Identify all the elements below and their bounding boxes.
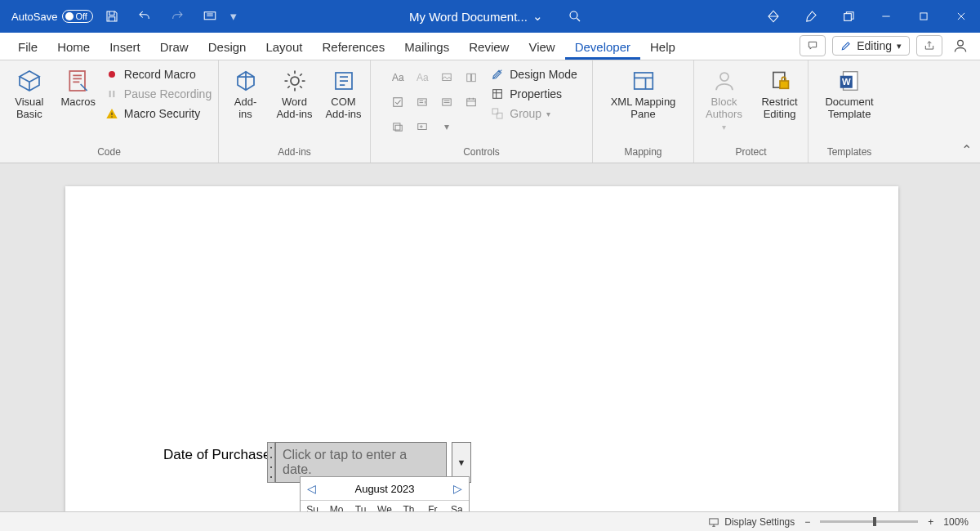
- tab-design[interactable]: Design: [198, 35, 256, 60]
- tab-developer[interactable]: Developer: [565, 35, 640, 60]
- lock-icon: [766, 67, 794, 95]
- design-mode-icon: [490, 67, 505, 82]
- group-button: Group ▾: [490, 106, 577, 121]
- record-icon: [105, 67, 119, 82]
- qat-more-icon[interactable]: [196, 0, 224, 33]
- group-icon: [490, 106, 505, 121]
- legacy-dropdown-icon[interactable]: ▾: [436, 116, 457, 137]
- account-icon[interactable]: [949, 38, 972, 54]
- svg-rect-7: [109, 91, 110, 97]
- combo-control-icon[interactable]: [412, 91, 433, 113]
- visual-basic-button[interactable]: Visual Basic: [7, 64, 52, 121]
- tab-review[interactable]: Review: [459, 35, 519, 60]
- next-month-button[interactable]: ▷: [453, 482, 462, 495]
- chevron-down-icon: ▼: [457, 457, 466, 467]
- building-block-icon[interactable]: [461, 67, 482, 88]
- controls-gallery[interactable]: Aa Aa ▾: [385, 64, 487, 137]
- close-button[interactable]: [942, 0, 980, 33]
- repeating-control-icon[interactable]: [387, 116, 408, 137]
- display-settings-button[interactable]: Display Settings: [707, 516, 795, 528]
- redo-icon[interactable]: [163, 0, 191, 33]
- restrict-editing-button[interactable]: Restrict Editing: [755, 64, 805, 121]
- svg-text:W: W: [842, 77, 851, 87]
- svg-point-22: [421, 126, 422, 127]
- tab-home[interactable]: Home: [47, 35, 100, 60]
- record-macro-button[interactable]: Record Macro: [105, 67, 212, 82]
- ribbon: Visual Basic Macros Record Macro Pause R…: [0, 60, 980, 163]
- xml-mapping-button[interactable]: XML Mapping Pane: [604, 64, 683, 121]
- tab-insert[interactable]: Insert: [100, 35, 150, 60]
- addins-button[interactable]: Add- ins: [223, 64, 269, 121]
- macro-security-button[interactable]: Macro Security: [105, 106, 212, 121]
- word-doc-icon: W: [835, 67, 863, 95]
- properties-button[interactable]: Properties: [490, 87, 577, 101]
- collapse-ribbon-icon[interactable]: ⌃: [961, 142, 972, 158]
- tab-references[interactable]: References: [312, 35, 394, 60]
- calendar-dow: Sa: [445, 501, 469, 511]
- picture-control-icon[interactable]: [436, 67, 457, 88]
- maximize-button[interactable]: [905, 0, 942, 33]
- svg-point-6: [109, 71, 115, 78]
- pause-recording-button: Pause Recording: [105, 87, 212, 101]
- prev-month-button[interactable]: ◁: [307, 482, 316, 495]
- svg-rect-33: [710, 518, 719, 524]
- qat-overflow[interactable]: ▾: [229, 9, 237, 24]
- svg-rect-5: [69, 71, 85, 91]
- zoom-in-button[interactable]: +: [928, 516, 933, 528]
- tab-layout[interactable]: Layout: [256, 35, 312, 60]
- zoom-level[interactable]: 100%: [943, 516, 969, 528]
- document-title[interactable]: My Word Document... ⌄: [409, 9, 543, 24]
- date-control-icon[interactable]: [461, 91, 482, 113]
- tab-help[interactable]: Help: [640, 35, 685, 60]
- search-icon[interactable]: [568, 9, 582, 24]
- com-addins-button[interactable]: COM Add-ins: [321, 64, 367, 121]
- group-addins: Add- ins Word Add-ins COM Add-ins Add-in…: [219, 60, 371, 163]
- document-template-button[interactable]: WDocument Template: [815, 64, 884, 121]
- block-authors-button: Block Authors▾: [697, 64, 751, 132]
- svg-rect-26: [634, 73, 653, 89]
- checkbox-control-icon[interactable]: [387, 91, 408, 113]
- brush-icon[interactable]: [792, 0, 830, 33]
- svg-rect-14: [472, 74, 476, 81]
- window-restore-icon[interactable]: [830, 0, 867, 33]
- tab-draw[interactable]: Draw: [150, 35, 198, 60]
- tab-file[interactable]: File: [8, 35, 47, 60]
- zoom-slider[interactable]: [820, 520, 918, 523]
- calendar-dow: Th: [397, 501, 421, 511]
- calendar-dow: We: [372, 501, 396, 511]
- warning-icon: [105, 106, 119, 121]
- calendar-dow: Tu: [349, 501, 372, 511]
- minimize-button[interactable]: [867, 0, 905, 33]
- date-picker-popup: ◁ August 2023 ▷ SuMoTuWeThFrSa 303112345…: [300, 476, 470, 511]
- control-handle-icon[interactable]: [267, 442, 275, 483]
- tab-mailings[interactable]: Mailings: [394, 35, 459, 60]
- rich-text-icon[interactable]: Aa: [387, 67, 408, 88]
- autosave-label: AutoSave: [11, 11, 57, 23]
- svg-rect-3: [920, 13, 927, 20]
- legacy-tools-icon[interactable]: [412, 116, 433, 137]
- word-addins-button[interactable]: Word Add-ins: [272, 64, 318, 121]
- diamond-icon[interactable]: [755, 0, 792, 33]
- undo-icon[interactable]: [131, 0, 158, 33]
- calendar-dow: Fr: [421, 501, 444, 511]
- share-button[interactable]: [916, 35, 942, 56]
- svg-rect-17: [443, 99, 452, 105]
- comments-button[interactable]: [800, 35, 826, 56]
- calendar-dow: Su: [301, 501, 324, 511]
- dropdown-control-icon[interactable]: [436, 91, 457, 113]
- save-icon[interactable]: [98, 0, 126, 33]
- com-addins-icon: [330, 67, 358, 95]
- plain-text-icon[interactable]: Aa: [412, 67, 433, 88]
- design-mode-button[interactable]: Design Mode: [490, 67, 577, 82]
- svg-point-1: [570, 11, 577, 19]
- zoom-out-button[interactable]: −: [804, 516, 810, 528]
- chevron-down-icon: ▾: [897, 41, 902, 51]
- document-area: Date of Purchase Click or tap to enter a…: [0, 163, 980, 511]
- editing-mode-button[interactable]: Editing ▾: [832, 36, 910, 56]
- ribbon-tabs: File Home Insert Draw Design Layout Refe…: [0, 33, 980, 60]
- svg-point-9: [111, 116, 112, 117]
- svg-rect-15: [394, 98, 403, 107]
- autosave-toggle[interactable]: Off: [62, 10, 92, 23]
- tab-view[interactable]: View: [519, 35, 564, 60]
- macros-button[interactable]: Macros: [56, 64, 101, 109]
